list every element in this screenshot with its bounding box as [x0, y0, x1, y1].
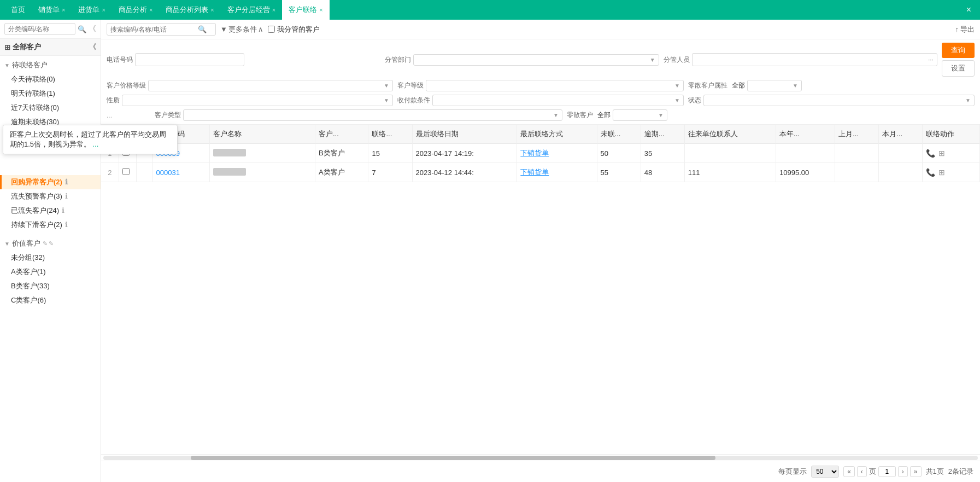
- filter-field-manager: 分管人员 ···: [664, 53, 937, 66]
- price-level-select[interactable]: ▼: [148, 80, 393, 91]
- status-select[interactable]: ▼: [703, 95, 975, 106]
- close-icon[interactable]: ×: [62, 7, 65, 13]
- main-search-input[interactable]: [110, 26, 198, 33]
- close-icon[interactable]: ×: [210, 7, 214, 13]
- arrow-down-icon: ▼: [4, 62, 10, 68]
- phone-action-icon[interactable]: 📞: [926, 149, 935, 158]
- sidebar-item-churn-warning[interactable]: 流失预警客户(3) ℹ: [0, 189, 101, 204]
- more-dots: ...: [107, 112, 112, 119]
- first-page-button[interactable]: «: [843, 466, 855, 477]
- per-page-select[interactable]: 50 100 200: [811, 466, 839, 478]
- sidebar-search-icon[interactable]: 🔍: [78, 25, 86, 33]
- sidebar-group-pending-title[interactable]: ▼ 待联络客户: [0, 58, 101, 72]
- prev-page-button[interactable]: ‹: [857, 466, 867, 477]
- sidebar-group-value-title[interactable]: ▼ 价值客户 ✎ ✎: [0, 236, 101, 251]
- last-page-button[interactable]: »: [910, 466, 922, 477]
- phone-input[interactable]: [135, 53, 244, 66]
- td-last-contact-date: 2023-04-17 14:19:: [412, 144, 517, 163]
- payment-select[interactable]: ▼: [432, 95, 684, 106]
- close-icon[interactable]: ×: [272, 7, 275, 13]
- sidebar-item-today-pending[interactable]: 今天待联络(0): [0, 72, 101, 86]
- scrollbar-thumb[interactable]: [191, 456, 715, 460]
- td-code[interactable]: 000031: [152, 163, 210, 182]
- my-customers-checkbox-wrap[interactable]: 我分管的客户: [268, 25, 320, 34]
- sidebar-header-collapse-icon[interactable]: 《: [89, 42, 96, 52]
- edit-icon[interactable]: ✎: [43, 240, 48, 247]
- th-action: 联络动作: [923, 125, 980, 144]
- nav-home[interactable]: 首页: [4, 0, 32, 20]
- td-contact-count: 15: [368, 144, 412, 163]
- sidebar-item-c-class[interactable]: C类客户(6): [0, 293, 101, 307]
- chevron-down-icon: ▼: [965, 97, 971, 103]
- window-close-button[interactable]: ×: [962, 5, 976, 15]
- query-button[interactable]: 查询: [942, 43, 975, 58]
- customer-level-select[interactable]: ▼: [426, 80, 684, 91]
- th-name: 客户名称: [210, 125, 315, 144]
- horizontal-scrollbar[interactable]: [103, 456, 978, 460]
- dept-label: 分管部门: [385, 55, 411, 65]
- td-no: 2: [101, 163, 119, 182]
- sidebar-item-b-class[interactable]: B类客户(33): [0, 279, 101, 293]
- manager-label: 分管人员: [664, 55, 690, 65]
- chevron-down-icon: ▼: [650, 57, 655, 63]
- sidebar-item-ungrouped[interactable]: 未分组(32): [0, 251, 101, 265]
- sidebar-item-7days-pending[interactable]: 近7天待联络(0): [0, 101, 101, 115]
- nav-product-analysis[interactable]: 商品分析 ×: [112, 0, 159, 20]
- sidebar-search-input[interactable]: [4, 23, 75, 35]
- td-last-contact-method[interactable]: 下销货单: [517, 144, 597, 163]
- next-page-button[interactable]: ›: [898, 466, 908, 477]
- filter-field-customer-type: 客户类型 ▼: [155, 109, 562, 121]
- filter-field-price-level: 客户价格等级 ▼: [107, 80, 393, 91]
- settings-button[interactable]: 设置: [942, 60, 975, 77]
- note-action-icon[interactable]: ⊞: [938, 149, 945, 158]
- customer-type-select[interactable]: ▼: [183, 109, 562, 121]
- th-level: 客户...: [315, 125, 368, 144]
- sidebar-collapse-button[interactable]: 《: [89, 24, 96, 34]
- nav-customer-contact[interactable]: 客户联络 ×: [282, 0, 329, 20]
- note-action-icon[interactable]: ⊞: [938, 168, 945, 177]
- nav-purchase-order[interactable]: 进货单 ×: [72, 0, 112, 20]
- phone-label: 电话号码: [107, 55, 133, 65]
- filter-icon: ▼: [220, 25, 227, 33]
- nav-customer-segmentation[interactable]: 客户分层经营 ×: [221, 0, 282, 20]
- total-pages-label: 共1页: [926, 467, 944, 477]
- grid-icon: ⊞: [4, 43, 10, 51]
- dept-select[interactable]: ▼: [413, 54, 659, 66]
- close-icon[interactable]: ×: [319, 7, 322, 13]
- close-icon[interactable]: ×: [102, 7, 105, 13]
- tooltip-dots: ...: [92, 140, 98, 148]
- close-icon[interactable]: ×: [149, 7, 152, 13]
- nav-sales-order[interactable]: 销货单 ×: [32, 0, 72, 20]
- phone-action-icon[interactable]: 📞: [926, 168, 935, 177]
- td-settings: [136, 163, 152, 182]
- sidebar-item-repurchase-anomaly[interactable]: 回购异常客户(2) ℹ: [0, 175, 101, 189]
- filter-field-dept: 分管部门 ▼: [385, 54, 659, 66]
- current-page-input[interactable]: [878, 466, 896, 477]
- edit2-icon[interactable]: ✎: [49, 240, 54, 247]
- my-customers-checkbox[interactable]: [268, 26, 275, 33]
- table-row: 2 000031 A类客户 7 2023-04-12 14:44:: [101, 163, 980, 182]
- action-icons: 📞 ⊞: [926, 149, 976, 158]
- sidebar-item-churned[interactable]: 已流失客户(24) ℹ: [0, 204, 101, 218]
- td-last-contact-method[interactable]: 下销货单: [517, 163, 597, 182]
- sidebar-item-declining[interactable]: 持续下滑客户(2) ℹ: [0, 218, 101, 232]
- customer-table: ⚙ 客户编码 客户名称 客户... 联络...: [101, 125, 980, 182]
- sidebar-item-a-class[interactable]: A类客户(1): [0, 265, 101, 279]
- export-button[interactable]: ↑ 导出: [955, 25, 975, 34]
- retail-customer-value: 全部: [597, 111, 611, 120]
- main-search-icon[interactable]: 🔍: [198, 25, 207, 33]
- td-name: [210, 144, 315, 163]
- row-checkbox[interactable]: [122, 168, 130, 175]
- sidebar-item-tomorrow-pending[interactable]: 明天待联络(1): [0, 86, 101, 101]
- more-conditions-button[interactable]: ▼ 更多条件 ∧: [220, 25, 263, 34]
- retail-customer-select[interactable]: ▼: [613, 109, 667, 121]
- nature-select[interactable]: ▼: [122, 95, 393, 106]
- last-contact-method-link[interactable]: 下销货单: [520, 149, 549, 157]
- filter-field-nature: 性质 ▼: [107, 95, 393, 106]
- manager-select[interactable]: ···: [692, 53, 937, 66]
- retail-attr-select[interactable]: ▼: [747, 80, 802, 91]
- last-contact-method-link[interactable]: 下销货单: [520, 168, 549, 176]
- td-unit-contact: 111: [684, 163, 776, 182]
- nav-product-analysis-list[interactable]: 商品分析列表 ×: [159, 0, 220, 20]
- td-last-month: [835, 144, 879, 163]
